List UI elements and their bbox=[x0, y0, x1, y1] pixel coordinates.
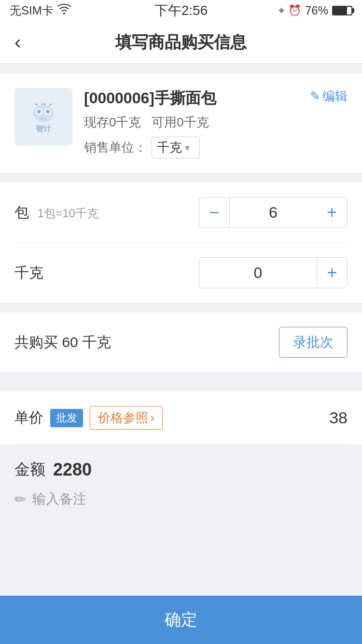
product-logo: 智计 bbox=[29, 100, 58, 134]
svg-point-4 bbox=[46, 110, 50, 113]
alarm-icon: ⏰ bbox=[288, 4, 301, 17]
quantity-label-kg: 千克 bbox=[14, 263, 43, 283]
price-row: 单价 批发 价格参照 › 38 bbox=[14, 392, 348, 445]
batch-tag: 批发 bbox=[50, 409, 83, 427]
product-info: [0000006]手撕面包 ✎ 编辑 现存0千克 可用0千克 销售单位： 千克 … bbox=[84, 88, 348, 158]
increase-bag-button[interactable]: + bbox=[317, 197, 348, 228]
nav-bar: ‹ 填写商品购买信息 bbox=[0, 21, 362, 64]
edit-button[interactable]: ✎ 编辑 bbox=[310, 88, 348, 105]
quantity-label-bag: 包 1包=10千克 bbox=[14, 203, 98, 223]
price-value: 38 bbox=[329, 408, 348, 427]
chevron-right-icon: › bbox=[150, 410, 154, 425]
product-name: [0000006]手撕面包 bbox=[84, 88, 216, 109]
divider-3 bbox=[0, 372, 362, 382]
remark-row[interactable]: ✏ 输入备注 bbox=[14, 490, 348, 508]
status-bar: 无SIM卡 下午2:56 ⌖ ⏰ 76% bbox=[0, 0, 362, 21]
divider-1 bbox=[0, 173, 362, 182]
divider-2 bbox=[0, 303, 362, 312]
price-left: 单价 批发 价格参照 › bbox=[14, 406, 163, 430]
status-bar-left: 无SIM卡 bbox=[10, 3, 71, 18]
product-stock: 现存0千克 可用0千克 bbox=[84, 114, 348, 131]
decrease-bag-button[interactable]: − bbox=[199, 197, 230, 228]
record-batch-button[interactable]: 录批次 bbox=[279, 327, 348, 358]
product-card: 智计 [0000006]手撕面包 ✎ 编辑 现存0千克 可用0千克 销售单位： … bbox=[0, 73, 362, 173]
page-title: 填写商品购买信息 bbox=[115, 31, 247, 54]
status-bar-right: ⌖ ⏰ 76% bbox=[278, 4, 352, 17]
summary-text: 共购买 60 千克 bbox=[14, 333, 111, 352]
kg-quantity-input[interactable] bbox=[199, 257, 317, 288]
pencil-icon: ✏ bbox=[14, 491, 26, 507]
wifi-icon bbox=[57, 4, 71, 17]
product-header: [0000006]手撕面包 ✎ 编辑 bbox=[84, 88, 348, 114]
summary-section: 共购买 60 千克 录批次 bbox=[0, 312, 362, 372]
price-ref-button[interactable]: 价格参照 › bbox=[90, 406, 163, 430]
amount-section: 金额 2280 ✏ 输入备注 bbox=[0, 445, 362, 523]
status-bar-time: 下午2:56 bbox=[154, 1, 208, 20]
dropdown-icon: ▾ bbox=[185, 142, 190, 154]
bag-quantity-input[interactable] bbox=[230, 197, 317, 228]
quantity-control-bag: − + bbox=[199, 197, 348, 228]
price-section: 单价 批发 价格参照 › 38 bbox=[0, 392, 362, 445]
back-button[interactable]: ‹ bbox=[14, 31, 21, 53]
amount-value: 2280 bbox=[53, 460, 92, 480]
quantity-section: 包 1包=10千克 − + 千克 + bbox=[0, 182, 362, 303]
svg-point-5 bbox=[40, 116, 47, 120]
amount-row: 金额 2280 bbox=[14, 459, 348, 480]
quantity-row-bag: 包 1包=10千克 − + bbox=[14, 182, 348, 243]
location-icon: ⌖ bbox=[278, 4, 284, 17]
product-unit-row: 销售单位： 千克 ▾ bbox=[84, 137, 348, 158]
edit-icon: ✎ bbox=[310, 89, 320, 104]
battery-percent: 76% bbox=[305, 4, 328, 17]
increase-kg-button[interactable]: + bbox=[317, 257, 348, 288]
quantity-row-kg: 千克 + bbox=[14, 243, 348, 303]
confirm-button[interactable]: 确定 bbox=[0, 596, 362, 644]
unit-select[interactable]: 千克 ▾ bbox=[152, 137, 200, 158]
quantity-control-kg: + bbox=[199, 257, 348, 288]
amount-label: 金额 bbox=[14, 459, 45, 480]
carrier-text: 无SIM卡 bbox=[10, 3, 54, 18]
product-image: 智计 bbox=[14, 88, 72, 146]
svg-point-3 bbox=[37, 110, 41, 113]
price-label: 单价 bbox=[14, 408, 43, 428]
battery-icon bbox=[332, 6, 352, 15]
remark-placeholder: 输入备注 bbox=[32, 490, 86, 508]
summary-row: 共购买 60 千克 录批次 bbox=[14, 312, 348, 372]
